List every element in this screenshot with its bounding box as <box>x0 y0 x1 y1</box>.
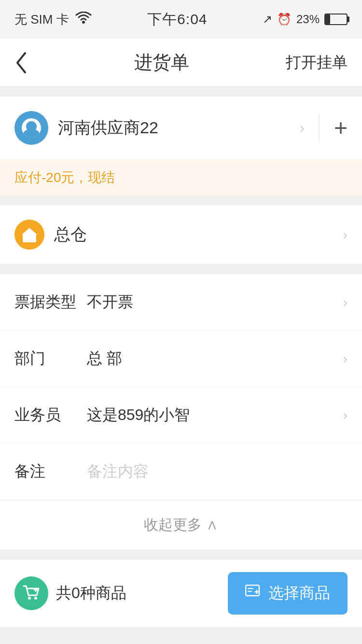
wifi-icon <box>75 12 92 28</box>
bottom-bar: 共0种商品 选择商品 <box>0 559 362 627</box>
department-label: 部门 <box>14 348 77 369</box>
supplier-row-actions: › + <box>300 113 348 142</box>
invoice-type-label: 票据类型 <box>14 292 77 313</box>
gap-2 <box>0 196 362 205</box>
warehouse-chevron-icon: › <box>343 226 348 243</box>
collapse-bar[interactable]: 收起更多 ∧ <box>0 500 362 549</box>
gap-1 <box>0 87 362 97</box>
select-product-label: 选择商品 <box>268 583 330 604</box>
salesman-label: 业务员 <box>14 405 77 426</box>
remark-input[interactable]: 备注内容 <box>77 461 348 482</box>
product-info: 共0种商品 <box>14 576 228 610</box>
department-row[interactable]: 部门 总 部 › <box>0 331 362 387</box>
warehouse-row[interactable]: 总仓 › <box>0 205 362 265</box>
collapse-label: 收起更多 ∧ <box>144 515 218 535</box>
warehouse-name: 总仓 <box>54 224 343 246</box>
warehouse-icon <box>14 220 44 250</box>
cart-icon <box>14 576 48 610</box>
add-supplier-button[interactable]: + <box>334 116 348 140</box>
supplier-row[interactable]: 河南供应商22 › + <box>0 97 362 160</box>
invoice-type-row[interactable]: 票据类型 不开票 › <box>0 274 362 331</box>
battery-icon <box>324 14 348 25</box>
svg-rect-1 <box>23 234 36 242</box>
gap-4 <box>0 549 362 559</box>
select-product-button[interactable]: 选择商品 <box>228 572 348 615</box>
location-icon: ↗ <box>263 13 272 26</box>
form-card: 票据类型 不开票 › 部门 总 部 › 业务员 这是859的小智 › 备注 备注… <box>0 274 362 549</box>
supplier-name: 河南供应商22 <box>58 117 300 139</box>
svg-point-0 <box>82 21 85 24</box>
supplier-notice: 应付-20元，现结 <box>0 160 362 196</box>
invoice-type-value: 不开票 <box>77 292 343 313</box>
page-title: 进货单 <box>53 50 270 75</box>
remark-label: 备注 <box>14 461 77 482</box>
status-time: 下午6:04 <box>147 10 207 29</box>
battery-percent: 23% <box>296 13 320 26</box>
gray-fill-area <box>0 627 362 644</box>
svg-point-3 <box>28 597 31 600</box>
divider <box>319 113 320 142</box>
salesman-row[interactable]: 业务员 这是859的小智 › <box>0 387 362 444</box>
nav-bar: 进货单 打开挂单 <box>0 39 362 87</box>
department-chevron-icon: › <box>343 350 348 367</box>
status-bar: 无 SIM 卡 下午6:04 ↗ ⏰ 23% <box>0 0 362 39</box>
salesman-chevron-icon: › <box>343 407 348 423</box>
status-left: 无 SIM 卡 <box>14 11 92 28</box>
warehouse-card: 总仓 › <box>0 205 362 265</box>
gap-3 <box>0 265 362 274</box>
department-value: 总 部 <box>77 348 343 369</box>
supplier-avatar <box>14 111 48 145</box>
content: 河南供应商22 › + 应付-20元，现结 总仓 › 票据类型 <box>0 87 362 644</box>
alarm-icon: ⏰ <box>277 13 292 26</box>
product-count-label: 共0种商品 <box>56 583 126 604</box>
avatar-inner <box>22 118 41 138</box>
supplier-card: 河南供应商22 › + 应付-20元，现结 <box>0 97 362 196</box>
remark-row[interactable]: 备注 备注内容 <box>0 444 362 500</box>
chevron-right-icon: › <box>300 120 305 136</box>
salesman-value: 这是859的小智 <box>77 405 343 426</box>
back-button[interactable] <box>14 51 53 74</box>
open-pending-button[interactable]: 打开挂单 <box>270 52 348 73</box>
svg-marker-2 <box>22 228 37 235</box>
invoice-type-chevron-icon: › <box>343 294 348 310</box>
select-product-icon <box>245 585 263 602</box>
carrier-label: 无 SIM 卡 <box>14 11 69 28</box>
avatar-body-shape <box>23 129 40 138</box>
svg-point-4 <box>34 597 37 600</box>
status-right: ↗ ⏰ 23% <box>263 13 348 26</box>
